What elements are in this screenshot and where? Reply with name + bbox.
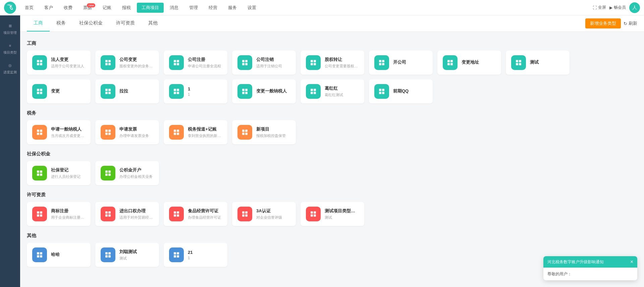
svg-rect-17 bbox=[314, 60, 316, 62]
svg-rect-36 bbox=[105, 89, 108, 91]
subtab-社保公积金[interactable]: 社保公积金 bbox=[72, 15, 109, 31]
card-新项目[interactable]: 新项目 报税加税控盘保管 bbox=[232, 120, 296, 144]
card-税务报道+记账[interactable]: 税务报道+记账 拿到营业执照的新公司 bbox=[164, 120, 227, 144]
card-变更一般纳税人[interactable]: 变更一般纳税人 bbox=[232, 79, 296, 103]
svg-rect-106 bbox=[105, 255, 108, 258]
card-葛红红[interactable]: 葛红红 葛红红测试 bbox=[301, 79, 364, 103]
top-nav: 飞 首页客户收费票据new记账报税工商项目消息管理经营服务设置 ⛶ 全屏 ▶ 畅… bbox=[0, 0, 644, 15]
card-哈哈[interactable]: 哈哈 bbox=[27, 243, 91, 267]
nav-item-工商项目[interactable]: 工商项目 bbox=[137, 3, 164, 13]
nav-item-经营[interactable]: 经营 bbox=[204, 3, 222, 13]
svg-rect-21 bbox=[382, 60, 384, 62]
card-商标注册[interactable]: 商标注册 用于企业商标注册服务 bbox=[27, 202, 91, 226]
card-刘聪测试[interactable]: 刘聪测试 测试 bbox=[95, 243, 159, 267]
card-title: 3A认证 bbox=[256, 208, 290, 214]
svg-rect-85 bbox=[108, 211, 111, 214]
card-前期QQ[interactable]: 前期QQ bbox=[369, 79, 433, 103]
svg-rect-33 bbox=[40, 89, 42, 91]
card-法人变更[interactable]: 法人变更 适用于公司变更法人 bbox=[27, 51, 91, 75]
card-变更地址[interactable]: 变更地址 bbox=[437, 51, 501, 75]
svg-rect-47 bbox=[245, 92, 248, 94]
card-desc: 测试 bbox=[325, 215, 359, 220]
refresh-icon: ↻ bbox=[624, 21, 627, 26]
card-icon bbox=[169, 55, 184, 70]
card-text: 公司注销 适用于注销公司 bbox=[256, 57, 290, 69]
sidebar-item-进度监测[interactable]: ◎ 进度监测 bbox=[0, 58, 20, 78]
card-title: 前期QQ bbox=[393, 88, 427, 94]
nav-item-报税[interactable]: 报税 bbox=[117, 3, 136, 13]
section-title-税务: 税务 bbox=[27, 110, 637, 116]
card-公司变更[interactable]: 公司变更 股权变更外的业务变更 bbox=[95, 51, 159, 75]
card-1[interactable]: 1 1 bbox=[164, 79, 227, 103]
svg-rect-6 bbox=[105, 63, 108, 65]
svg-rect-45 bbox=[245, 89, 248, 91]
nav-item-客户[interactable]: 客户 bbox=[40, 3, 58, 13]
sidebar-item-项目类型[interactable]: ≡ 项目类型 bbox=[0, 39, 20, 58]
card-3A认证[interactable]: 3A认证 对企业信誉评级 bbox=[232, 202, 296, 226]
card-拉拉[interactable]: 拉拉 bbox=[95, 79, 159, 103]
card-进出口权办理[interactable]: 进出口权办理 适用于对外贸易经营者 bbox=[95, 202, 159, 226]
card-开公司[interactable]: 开公司 bbox=[369, 51, 433, 75]
nav-item-消息[interactable]: 消息 bbox=[165, 3, 183, 13]
nav-item-首页[interactable]: 首页 bbox=[20, 3, 38, 13]
subtab-许可资质[interactable]: 许可资质 bbox=[109, 15, 142, 31]
svg-rect-83 bbox=[40, 214, 42, 217]
nav-item-设置[interactable]: 设置 bbox=[243, 3, 261, 13]
card-icon bbox=[32, 125, 47, 140]
card-申请一般纳税人[interactable]: 申请一般纳税人 当月或次月成变更完成 bbox=[27, 120, 91, 144]
nav-item-管理[interactable]: 管理 bbox=[184, 3, 203, 13]
card-title: 变更地址 bbox=[462, 59, 496, 65]
subtab-工商[interactable]: 工商 bbox=[27, 15, 50, 31]
card-公积金开户[interactable]: 公积金开户 办理公积金相关业务 bbox=[95, 161, 159, 185]
svg-rect-13 bbox=[245, 60, 248, 62]
vip-btn[interactable]: ▶ 畅会员 bbox=[609, 5, 626, 10]
nav-item-记账[interactable]: 记账 bbox=[98, 3, 116, 13]
svg-rect-11 bbox=[177, 63, 179, 65]
card-公司注销[interactable]: 公司注销 适用于注销公司 bbox=[232, 51, 296, 75]
card-title: 测试 bbox=[530, 59, 564, 65]
card-测试项目类型目定义[interactable]: 测试项目类型目定义 测试 bbox=[301, 202, 364, 226]
svg-rect-18 bbox=[311, 63, 313, 65]
svg-rect-62 bbox=[105, 133, 108, 135]
card-desc: 1 bbox=[188, 92, 222, 96]
svg-rect-0 bbox=[37, 60, 39, 62]
card-title: 哈哈 bbox=[51, 252, 85, 258]
card-测试[interactable]: 测试 bbox=[506, 51, 570, 75]
svg-rect-107 bbox=[108, 255, 111, 258]
refresh-button[interactable]: ↻ 刷新 bbox=[624, 20, 637, 26]
svg-rect-44 bbox=[242, 89, 245, 91]
sidebar-item-项目管理[interactable]: ⊞ 项目管理 bbox=[0, 19, 20, 39]
card-text: 新项目 报税加税控盘保管 bbox=[256, 126, 290, 138]
avatar[interactable]: 人 bbox=[629, 2, 640, 13]
card-变更[interactable]: 变更 bbox=[27, 79, 91, 103]
card-text: 股权转让 公司变更需要股权转让 bbox=[325, 57, 359, 69]
cards-grid-许可资质: 商标注册 用于企业商标注册服务 进出口权办理 适用于对外贸易经营者 bbox=[27, 202, 637, 226]
svg-rect-98 bbox=[311, 214, 313, 217]
svg-rect-15 bbox=[245, 63, 248, 65]
new-type-button[interactable]: 新增业务类型 bbox=[585, 18, 621, 28]
card-社保登记[interactable]: 社保登记 进行人员社保登记 bbox=[27, 161, 91, 185]
card-股权转让[interactable]: 股权转让 公司变更需要股权转让 bbox=[301, 51, 364, 75]
svg-rect-29 bbox=[519, 60, 521, 62]
card-text: 法人变更 适用于公司变更法人 bbox=[51, 57, 85, 69]
card-公司注册[interactable]: 公司注册 申请公司注册全流程 bbox=[164, 51, 227, 75]
svg-rect-104 bbox=[105, 252, 108, 255]
card-21[interactable]: 21 1 bbox=[164, 243, 227, 267]
card-食品经营许可证[interactable]: 食品经营许可证 办理食品经营许可证 bbox=[164, 202, 227, 226]
card-icon bbox=[32, 84, 47, 99]
card-title: 1 bbox=[188, 86, 222, 91]
subtab-其他[interactable]: 其他 bbox=[142, 15, 164, 31]
notification-close-button[interactable]: × bbox=[630, 259, 633, 265]
svg-rect-5 bbox=[108, 60, 111, 62]
nav-item-服务[interactable]: 服务 bbox=[223, 3, 241, 13]
subtab-税务[interactable]: 税务 bbox=[50, 15, 72, 31]
svg-rect-93 bbox=[245, 211, 248, 214]
card-申请发票[interactable]: 申请发票 办理申请发票业务 bbox=[95, 120, 159, 144]
svg-rect-7 bbox=[108, 63, 111, 65]
nav-item-票据[interactable]: 票据new bbox=[78, 3, 97, 13]
card-title: 公司变更 bbox=[119, 57, 154, 63]
nav-item-收费[interactable]: 收费 bbox=[59, 3, 77, 13]
svg-rect-77 bbox=[108, 170, 111, 173]
svg-rect-79 bbox=[108, 173, 111, 176]
fullscreen-btn[interactable]: ⛶ 全屏 bbox=[593, 5, 606, 10]
